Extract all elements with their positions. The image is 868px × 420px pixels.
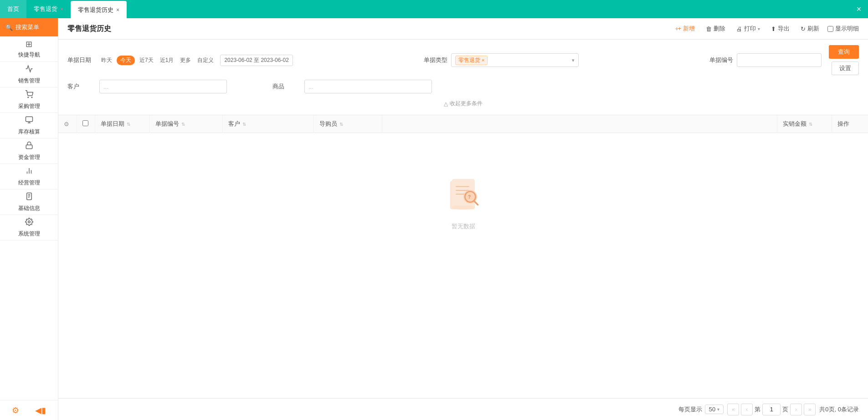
- search-icon: 🔍: [5, 24, 13, 31]
- tab-retail-return-history[interactable]: 零售退货历史 ×: [71, 1, 127, 19]
- collapse-row: △ 收起更多条件: [67, 98, 859, 109]
- delete-button[interactable]: 🗑 删除: [703, 23, 728, 35]
- sidebar-item-finance[interactable]: 资金管理: [0, 138, 58, 164]
- sidebar-item-system-mgmt[interactable]: 系统管理: [0, 215, 58, 241]
- goods-filter-label: 商品: [272, 82, 304, 91]
- purchase-icon: [25, 90, 33, 101]
- customer-filter-label: 客户: [67, 82, 99, 91]
- basic-info-icon: [25, 192, 33, 203]
- sidebar-item-inventory[interactable]: 库存核算: [0, 113, 58, 138]
- customer-input[interactable]: ...: [99, 80, 227, 93]
- filter-settings-button[interactable]: 设置: [832, 61, 859, 75]
- empty-icon: ?: [441, 169, 486, 215]
- page-prev-button[interactable]: ‹: [741, 404, 753, 415]
- inventory-icon: [25, 116, 33, 126]
- sidebar-item-operations[interactable]: 经营管理: [0, 164, 58, 190]
- date-opt-custom[interactable]: 自定义: [195, 56, 216, 65]
- sn-sort-icon: ⇅: [181, 122, 185, 127]
- sidebar-collapse-btn[interactable]: ◀▮: [35, 405, 46, 415]
- refresh-icon: ↻: [801, 26, 806, 32]
- col-action-header: 操作: [832, 115, 868, 133]
- page-input[interactable]: [762, 404, 781, 415]
- print-icon: 🖨: [736, 26, 742, 32]
- sidebar: 🔍 搜索菜单 ⊞ 快捷导航 销售管理 采购管理 库存核算: [0, 18, 58, 420]
- date-opt-more[interactable]: 更多: [178, 56, 193, 65]
- show-detail-checkbox-label[interactable]: 显示明细: [827, 25, 859, 33]
- doc-type-filter-label: 单据类型: [424, 56, 447, 64]
- col-date-header[interactable]: 单据日期 ⇅: [95, 115, 149, 133]
- window-close-button[interactable]: ×: [850, 0, 868, 18]
- date-filter-label: 单据日期: [67, 56, 99, 64]
- col-spacer-header: [382, 115, 777, 133]
- page-title: 零售退货历史: [67, 24, 111, 34]
- sales-icon: [25, 65, 33, 75]
- tab-home[interactable]: 首页: [0, 0, 26, 18]
- collapse-up-icon: △: [444, 101, 448, 107]
- col-guide-header[interactable]: 导购员 ⇅: [313, 115, 382, 133]
- empty-text: 暂无数据: [452, 222, 475, 230]
- doc-type-chevron-icon: ▾: [572, 57, 575, 63]
- finance-icon: [25, 141, 33, 152]
- date-opt-yesterday[interactable]: 昨天: [99, 56, 114, 65]
- delete-icon: 🗑: [706, 26, 712, 32]
- col-settings[interactable]: ⚙: [58, 115, 77, 133]
- page-first-button[interactable]: «: [727, 404, 739, 415]
- query-button[interactable]: 查询: [829, 45, 859, 59]
- svg-point-13: [28, 220, 30, 223]
- print-button[interactable]: 🖨 打印 ▾: [734, 23, 763, 35]
- show-detail-checkbox[interactable]: [827, 26, 833, 32]
- sidebar-settings-btn[interactable]: ⚙: [12, 405, 19, 415]
- table-header-row: ⚙ 单据日期 ⇅ 单据编号 ⇅: [58, 115, 868, 133]
- goods-input[interactable]: ...: [304, 80, 432, 93]
- doc-type-tag: 零售退货 ×: [455, 56, 488, 65]
- svg-point-1: [31, 97, 32, 98]
- tab-retail-return-close[interactable]: ×: [60, 6, 63, 12]
- sidebar-bottom: ⚙ ◀▮: [0, 400, 58, 420]
- page-next-button[interactable]: ›: [790, 404, 802, 415]
- date-opt-last7[interactable]: 近7天: [138, 56, 155, 65]
- refresh-button[interactable]: ↻ 刷新: [798, 23, 822, 35]
- sidebar-search[interactable]: 🔍 搜索菜单: [0, 18, 58, 36]
- page-size-chevron-icon: ▾: [717, 407, 719, 412]
- data-table: ⚙ 单据日期 ⇅ 单据编号 ⇅: [58, 115, 868, 133]
- svg-rect-2: [26, 117, 32, 122]
- sidebar-item-basic-info[interactable]: 基础信息: [0, 190, 58, 215]
- sidebar-item-purchase-mgmt[interactable]: 采购管理: [0, 87, 58, 113]
- col-customer-header[interactable]: 客户 ⇅: [222, 115, 313, 133]
- sidebar-item-sales-mgmt[interactable]: 销售管理: [0, 62, 58, 87]
- page-last-button[interactable]: »: [804, 404, 816, 415]
- table-container: ⚙ 单据日期 ⇅ 单据编号 ⇅: [58, 115, 868, 398]
- date-opt-last1m[interactable]: 近1月: [158, 56, 176, 65]
- export-icon: ⬆: [771, 26, 776, 32]
- doc-type-tag-remove[interactable]: ×: [482, 57, 484, 63]
- quick-nav-icon: ⊞: [26, 39, 32, 49]
- sidebar-item-quick-nav[interactable]: ⊞ 快捷导航: [0, 36, 58, 62]
- tab-retail-return[interactable]: 零售退货 ×: [26, 0, 71, 18]
- page-size-select: 每页显示 50 ▾: [678, 405, 724, 414]
- col-sn-header[interactable]: 单据编号 ⇅: [149, 115, 222, 133]
- doc-no-input[interactable]: [737, 53, 822, 67]
- page-total: 共0页, 0条记录: [819, 405, 859, 414]
- page-nav: « ‹ 第 页 › »: [727, 404, 816, 415]
- page-size-dropdown[interactable]: 50 ▾: [705, 405, 724, 414]
- page-header: 零售退货历史 ＋ + 新增 🗑 删除 🖨 打印 ▾ ⬆ 导出: [58, 18, 868, 40]
- col-checkbox[interactable]: [77, 115, 95, 133]
- settings-icon: ⚙: [64, 121, 69, 128]
- filter-row-2: 客户 ... 商品 ...: [67, 80, 859, 93]
- select-all-checkbox[interactable]: [82, 120, 88, 126]
- page-size-value: 50: [709, 406, 715, 413]
- date-opt-today[interactable]: 今天: [117, 56, 135, 65]
- doc-no-filter-label: 单据编号: [709, 56, 733, 64]
- svg-rect-5: [26, 145, 32, 149]
- collapse-more-button[interactable]: △ 收起更多条件: [442, 98, 484, 109]
- empty-state: ? 暂无数据: [58, 133, 868, 267]
- new-button[interactable]: ＋ + 新增: [671, 23, 698, 35]
- doc-type-select[interactable]: 零售退货 × ▾: [451, 53, 579, 67]
- tab-list: 首页 零售退货 × 零售退货历史 ×: [0, 0, 850, 18]
- date-sort-icon: ⇅: [127, 122, 130, 127]
- system-mgmt-icon: [25, 218, 33, 228]
- date-range-input[interactable]: 2023-06-02 至 2023-06-02: [220, 55, 293, 66]
- tab-retail-return-history-close[interactable]: ×: [116, 7, 119, 13]
- export-button[interactable]: ⬆ 导出: [768, 23, 792, 35]
- col-amount-header[interactable]: 实销金额 ⇅: [777, 115, 832, 133]
